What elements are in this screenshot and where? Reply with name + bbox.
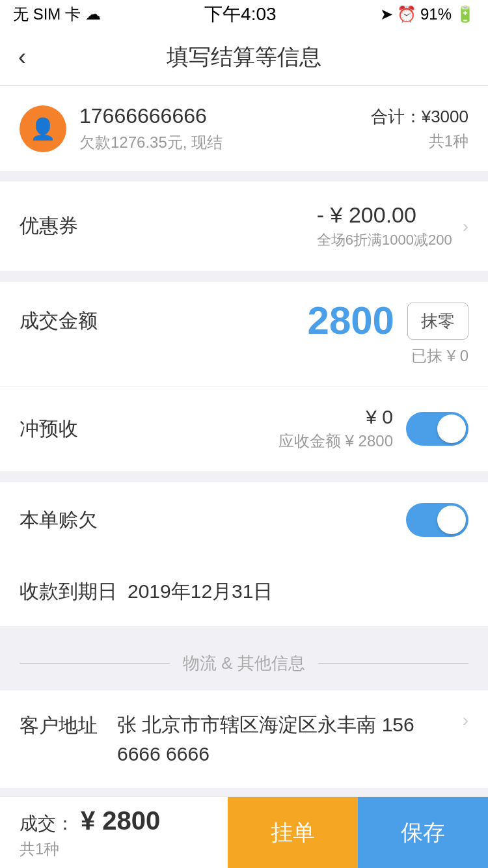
- date-value: 2019年12月31日: [128, 578, 273, 605]
- prepaid-amount: ¥ 0: [278, 406, 393, 428]
- nav-bar: ‹ 填写结算等信息: [0, 29, 488, 86]
- deal-row: 成交金额 2800 抹零: [20, 301, 468, 340]
- location-icon: ➤: [380, 5, 393, 23]
- deal-sub: 已抹 ¥ 0: [20, 346, 468, 366]
- customer-left: 👤 17666666666 欠款1276.35元, 现结: [20, 104, 223, 153]
- deal-label: 成交金额: [20, 308, 98, 334]
- chevron-right-icon: ›: [463, 216, 468, 237]
- address-chevron-icon: ›: [463, 710, 468, 731]
- section-divider-3: [0, 626, 488, 636]
- page-title: 填写结算等信息: [167, 42, 321, 72]
- prepaid-right: ¥ 0 应收金额 ¥ 2800: [278, 406, 468, 452]
- debt-toggle[interactable]: [406, 503, 468, 537]
- status-right: ➤ ⏰ 91% 🔋: [380, 5, 475, 23]
- customer-card: 👤 17666666666 欠款1276.35元, 现结 合计：¥3000 共1…: [0, 86, 488, 171]
- status-time: 下午4:03: [204, 2, 277, 27]
- sim-status: 无 SIM 卡 ☁: [13, 4, 101, 25]
- total-count: 共1种: [371, 131, 468, 152]
- address-value: 张 北京市市辖区海淀区永丰南 156 6666 6666: [117, 710, 463, 768]
- debt-section: 本单赊欠: [0, 482, 488, 558]
- hold-button[interactable]: 挂单: [228, 797, 358, 869]
- coupon-label: 优惠券: [20, 213, 78, 239]
- prepaid-label: 冲预收: [20, 416, 78, 442]
- round-button[interactable]: 抹零: [407, 303, 468, 340]
- deal-amount-wrap: 2800 抹零: [308, 301, 468, 340]
- alarm-icon: ⏰: [397, 5, 416, 23]
- debt-label: 本单赊欠: [20, 507, 98, 534]
- address-label: 客户地址: [20, 710, 98, 739]
- address-section[interactable]: 客户地址 张 北京市市辖区海淀区永丰南 156 6666 6666 ›: [0, 690, 488, 788]
- customer-right: 合计：¥3000 共1种: [371, 105, 468, 152]
- bottom-deal-label: 成交：: [20, 811, 74, 836]
- coupon-right: - ¥ 200.00 全场6折满1000减200 ›: [317, 202, 468, 250]
- prepaid-info: ¥ 0 应收金额 ¥ 2800: [278, 406, 393, 452]
- logistics-divider: 物流 & 其他信息: [0, 636, 488, 690]
- divider-line-left: [20, 663, 170, 664]
- bottom-bar: 成交： ¥ 2800 共1种 挂单 保存: [0, 796, 488, 868]
- divider-line-right: [318, 663, 468, 664]
- prepaid-toggle[interactable]: [406, 412, 468, 446]
- content-area: 👤 17666666666 欠款1276.35元, 现结 合计：¥3000 共1…: [0, 86, 488, 868]
- coupon-row[interactable]: 优惠券 - ¥ 200.00 全场6折满1000减200 ›: [0, 182, 488, 271]
- bottom-summary: 成交： ¥ 2800 共1种: [0, 806, 228, 860]
- coupon-info: - ¥ 200.00 全场6折满1000减200: [317, 202, 452, 250]
- customer-info: 17666666666 欠款1276.35元, 现结: [79, 104, 223, 153]
- prepaid-section: 冲预收 ¥ 0 应收金额 ¥ 2800: [0, 387, 488, 472]
- bottom-deal-amount: ¥ 2800: [81, 806, 160, 835]
- status-bar: 无 SIM 卡 ☁ 下午4:03 ➤ ⏰ 91% 🔋: [0, 0, 488, 29]
- section-divider-1: [0, 271, 488, 282]
- total-amount: 合计：¥3000: [371, 105, 468, 128]
- date-label: 收款到期日: [20, 578, 117, 605]
- coupon-amount: - ¥ 200.00: [317, 202, 452, 228]
- bottom-count: 共1种: [20, 839, 208, 860]
- date-section: 收款到期日 2019年12月31日: [0, 558, 488, 626]
- back-button[interactable]: ‹: [18, 44, 26, 71]
- coupon-desc: 全场6折满1000减200: [317, 230, 452, 250]
- prepaid-sub: 应收金额 ¥ 2800: [278, 431, 393, 452]
- save-button[interactable]: 保存: [358, 797, 488, 869]
- deal-section: 成交金额 2800 抹零 已抹 ¥ 0: [0, 282, 488, 387]
- bottom-deal-row: 成交： ¥ 2800: [20, 806, 208, 836]
- status-left: 无 SIM 卡 ☁: [13, 4, 101, 25]
- deal-amount: 2800: [308, 301, 394, 340]
- customer-debt: 欠款1276.35元, 现结: [79, 132, 223, 153]
- battery-icon: 🔋: [455, 5, 475, 23]
- logistics-text: 物流 & 其他信息: [183, 652, 305, 675]
- avatar: 👤: [20, 105, 66, 152]
- customer-phone: 17666666666: [79, 104, 223, 128]
- battery-level: 91%: [420, 5, 452, 23]
- section-divider-2: [0, 472, 488, 482]
